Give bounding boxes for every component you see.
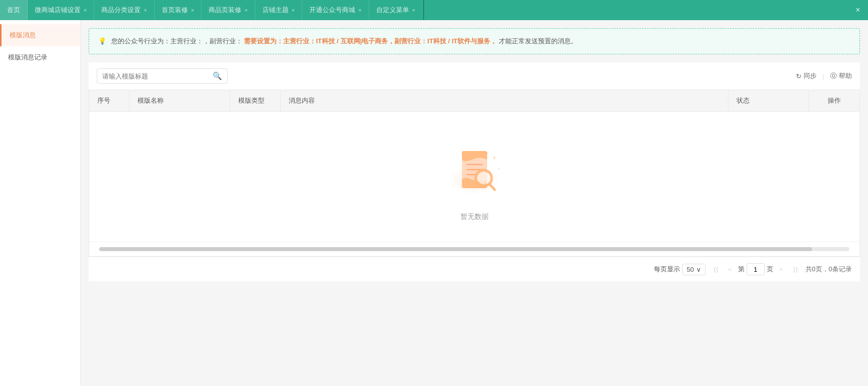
nav-tab-label: 微商城店铺设置	[35, 6, 81, 15]
sidebar-item-label: 模版消息	[10, 31, 36, 40]
notice-suffix: 才能正常发送预置的消息。	[499, 37, 577, 45]
search-icon[interactable]: 🔍	[213, 71, 222, 81]
notice-highlight: 需要设置为：主营行业：IT科技 / 互联网|电子商务，副营行业：IT科技 / I…	[244, 37, 497, 45]
help-label: 帮助	[839, 71, 852, 81]
nav-tab-home[interactable]: 首页	[0, 0, 28, 20]
help-button[interactable]: ⓪ 帮助	[830, 71, 852, 81]
search-bar: 🔍 ↻ 同步 | ⓪ 帮助	[89, 62, 860, 90]
toolbar-divider: |	[823, 72, 824, 80]
nav-tab-label: 商品分类设置	[101, 6, 141, 15]
page-number-input[interactable]	[747, 263, 765, 275]
last-page-button[interactable]: ⟩⟩	[789, 263, 802, 275]
svg-text:✦: ✦	[492, 155, 496, 161]
top-nav: 首页微商城店铺设置 ×商品分类设置 ×首页装修 ×商品页装修 ×店铺主题 ×开通…	[0, 0, 868, 20]
page-input-wrap: 第 页	[738, 263, 773, 275]
th-status: 状态	[728, 90, 809, 111]
scrollbar-thumb	[99, 247, 812, 251]
svg-text:✦: ✦	[497, 167, 500, 170]
nav-tab-close-icon[interactable]: ×	[244, 8, 247, 13]
nav-tab-template[interactable]: 公众号模版消息 ×	[423, 0, 424, 20]
sync-label: 同步	[804, 71, 817, 81]
nav-tab-label: 首页装修	[162, 6, 188, 15]
th-type: 模版类型	[230, 90, 281, 111]
empty-state: ✦ ✦ 暂无数据	[89, 112, 859, 242]
sidebar: 模版消息模版消息记录	[0, 20, 81, 386]
nav-tab-close-icon[interactable]: ×	[358, 8, 361, 13]
page-nav: ⟨⟨ ＜ 第 页 ＞ ⟩⟩	[710, 263, 802, 275]
search-input[interactable]	[102, 72, 213, 80]
sync-button[interactable]: ↻ 同步	[796, 71, 817, 81]
page-label-suffix: 页	[767, 265, 773, 274]
nav-tab-close-icon[interactable]: ×	[412, 8, 415, 13]
empty-text: 暂无数据	[460, 212, 489, 221]
table-header: 序号 模版名称 模版类型 消息内容 状态 操作	[89, 90, 859, 112]
nav-tab-weshop[interactable]: 微商城店铺设置 ×	[28, 0, 94, 20]
content-area: 💡 您的公众号行业为：主营行业：，副营行业： 需要设置为：主营行业：IT科技 /…	[81, 20, 868, 386]
nav-tab-label: 店铺主题	[262, 6, 289, 15]
nav-tab-category[interactable]: 商品分类设置 ×	[94, 0, 154, 20]
th-action: 操作	[809, 90, 859, 111]
sidebar-item-label: 模版消息记录	[8, 53, 47, 62]
total-info: 共0页，0条记录	[806, 265, 852, 274]
nav-tab-close-icon[interactable]: ×	[191, 8, 194, 13]
nav-tab-theme[interactable]: 店铺主题 ×	[255, 0, 302, 20]
page-size-value: 50	[687, 266, 694, 273]
notice-box: 💡 您的公众号行业为：主营行业：，副营行业： 需要设置为：主营行业：IT科技 /…	[89, 28, 860, 54]
first-page-button[interactable]: ⟨⟨	[710, 263, 722, 275]
nav-tab-homepage[interactable]: 首页装修 ×	[155, 0, 202, 20]
page-size-label: 每页显示	[654, 265, 680, 274]
scrollbar-hint[interactable]	[89, 242, 859, 256]
nav-tab-menu[interactable]: 自定义菜单 ×	[369, 0, 423, 20]
sidebar-item-template-log[interactable]: 模版消息记录	[0, 46, 80, 68]
nav-tab-label: 商品页装修	[209, 6, 241, 15]
close-all-button[interactable]: ×	[848, 0, 868, 20]
nav-tab-close-icon[interactable]: ×	[292, 8, 295, 13]
toolbar-right: ↻ 同步 | ⓪ 帮助	[796, 71, 852, 81]
th-name: 模版名称	[129, 90, 230, 111]
pagination: 每页显示 50 ∨ ⟨⟨ ＜ 第 页 ＞ ⟩⟩ 共0页，0条记录	[89, 257, 860, 281]
nav-tab-product[interactable]: 商品页装修 ×	[202, 0, 255, 20]
next-page-button[interactable]: ＞	[775, 263, 787, 275]
page-label-prefix: 第	[738, 265, 745, 274]
th-seq: 序号	[89, 90, 129, 111]
nav-tab-label: 自定义菜单	[376, 6, 409, 15]
nav-tab-close-icon[interactable]: ×	[84, 8, 87, 13]
help-icon: ⓪	[830, 71, 837, 81]
nav-tab-close-icon[interactable]: ×	[144, 8, 147, 13]
page-size-select: 每页显示 50 ∨	[654, 264, 705, 275]
nav-tab-mall[interactable]: 开通公众号商城 ×	[302, 0, 369, 20]
notice-icon: 💡	[98, 37, 106, 45]
search-input-wrap[interactable]: 🔍	[97, 68, 228, 84]
prev-page-button[interactable]: ＜	[724, 263, 736, 275]
page-size-dropdown[interactable]: 50 ∨	[682, 264, 705, 275]
sync-icon: ↻	[796, 72, 802, 80]
nav-tab-label: 首页	[7, 6, 20, 15]
notice-prefix: 您的公众号行业为：主营行业：，副营行业：	[111, 37, 242, 45]
table-wrap: 序号 模版名称 模版类型 消息内容 状态 操作	[89, 90, 860, 257]
sidebar-item-template-msg[interactable]: 模版消息	[0, 24, 80, 46]
empty-icon: ✦ ✦	[444, 142, 505, 202]
main-layout: 模版消息模版消息记录 💡 您的公众号行业为：主营行业：，副营行业： 需要设置为：…	[0, 20, 868, 386]
scrollbar-track[interactable]	[99, 247, 849, 251]
chevron-down-icon: ∨	[696, 266, 701, 273]
nav-tab-label: 开通公众号商城	[309, 6, 355, 15]
svg-point-5	[478, 172, 490, 184]
th-content: 消息内容	[281, 90, 728, 111]
